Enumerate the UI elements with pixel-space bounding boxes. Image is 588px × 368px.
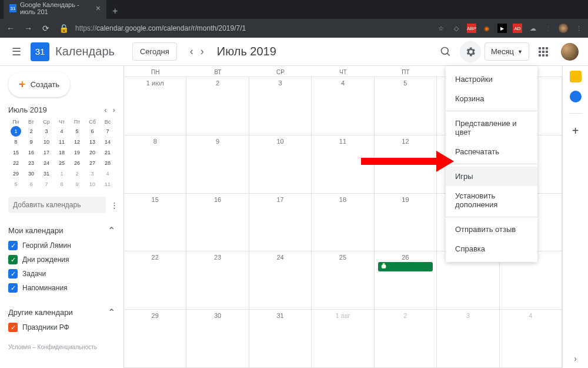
keep-icon[interactable] [570, 71, 582, 82]
mini-day-cell[interactable]: 3 [39, 126, 54, 137]
mini-day-cell[interactable]: 4 [100, 168, 115, 179]
close-icon[interactable]: × [96, 4, 101, 13]
mini-day-cell[interactable]: 21 [100, 147, 115, 158]
calendar-cell[interactable]: 5 [375, 77, 437, 135]
mini-day-cell[interactable]: 22 [8, 158, 24, 168]
settings-icon[interactable] [460, 41, 481, 62]
mini-day-cell[interactable]: 31 [39, 168, 54, 179]
add-calendar-input[interactable] [8, 197, 106, 213]
calendar-item[interactable]: ✓Георгий Лямин [8, 238, 115, 253]
ext-icon[interactable]: AD [513, 24, 522, 33]
mini-day-cell[interactable]: 1 [54, 168, 69, 179]
calendar-cell[interactable]: 15 [124, 194, 186, 251]
mini-day-cell[interactable]: 28 [100, 158, 115, 168]
calendar-cell[interactable]: 3 [437, 310, 499, 367]
mini-day-cell[interactable]: 11 [54, 137, 69, 147]
mini-day-cell[interactable]: 3 [85, 168, 100, 179]
ext-icon[interactable]: ▶ [497, 24, 507, 33]
footer-links[interactable]: Условия – Конфиденциальность [8, 344, 115, 350]
checkbox-icon[interactable]: ✓ [8, 241, 18, 250]
mini-day-cell[interactable]: 30 [24, 168, 39, 179]
mini-day-cell[interactable]: 27 [85, 158, 100, 168]
calendar-cell[interactable]: 25 [312, 251, 374, 309]
mini-day-cell[interactable]: 18 [54, 147, 69, 158]
calendar-cell[interactable]: 10 [249, 135, 312, 193]
calendar-cell[interactable]: 4 [500, 310, 562, 367]
mini-day-cell[interactable]: 16 [24, 147, 39, 158]
next-month-icon[interactable]: › [198, 43, 206, 60]
new-tab-button[interactable]: + [106, 4, 123, 19]
mini-day-cell[interactable]: 11 [100, 179, 115, 190]
mini-prev-icon[interactable]: ‹ [104, 105, 106, 114]
mini-day-cell[interactable]: 10 [39, 137, 54, 147]
mini-day-cell[interactable]: 8 [54, 179, 69, 190]
dropdown-item[interactable]: Отправить отзыв [446, 220, 537, 239]
search-icon[interactable] [435, 41, 456, 62]
calendar-item[interactable]: ✓Праздники РФ [8, 320, 115, 334]
other-calendars-header[interactable]: Другие календари ⌃ [8, 304, 115, 320]
mini-day-cell[interactable]: 8 [8, 137, 24, 147]
mini-day-cell[interactable]: 25 [54, 158, 69, 168]
dropdown-item[interactable]: Распечатать [446, 142, 537, 161]
browser-tab[interactable]: 31 Google Календарь - июль 201 × [4, 0, 106, 19]
calendar-cell[interactable]: 1 июл [124, 77, 186, 135]
mini-day-cell[interactable]: 12 [69, 137, 85, 147]
mini-day-cell[interactable]: 7 [100, 126, 115, 137]
mini-day-cell[interactable]: 17 [39, 147, 54, 158]
dropdown-item[interactable]: Установить дополнения [446, 186, 537, 214]
dropdown-item[interactable]: Справка [446, 239, 537, 258]
shield-icon[interactable]: ◇ [452, 24, 461, 33]
calendar-cell[interactable]: 24 [249, 251, 312, 309]
checkbox-icon[interactable]: ✓ [8, 269, 18, 279]
tasks-icon[interactable] [570, 91, 582, 102]
mini-day-cell[interactable]: 20 [85, 147, 100, 158]
calendar-item[interactable]: ✓Дни рождения [8, 253, 115, 267]
dropdown-item[interactable]: Игры [446, 167, 537, 186]
avatar[interactable] [561, 43, 579, 61]
url-field[interactable]: https://calendar.google.com/calendar/r/m… [75, 24, 430, 32]
calendar-cell[interactable]: 9 [186, 135, 249, 193]
mini-day-cell[interactable]: 26 [69, 158, 85, 168]
create-button[interactable]: + Создать [8, 72, 70, 97]
ext-icon[interactable]: ☁ [528, 24, 537, 33]
menu-icon[interactable]: ⋮ [574, 24, 583, 33]
mini-next-icon[interactable]: › [113, 105, 115, 114]
ext-icon[interactable]: ⋮ [543, 24, 553, 33]
mini-day-cell[interactable]: 5 [69, 126, 85, 137]
star-icon[interactable]: ☆ [436, 24, 446, 33]
mini-day-cell[interactable]: 10 [85, 179, 100, 190]
calendar-cell[interactable]: 19 [375, 194, 437, 251]
checkbox-icon[interactable]: ✓ [8, 323, 18, 332]
calendar-cell[interactable]: 3 [249, 77, 312, 135]
calendar-cell[interactable]: 30 [186, 310, 249, 367]
back-icon[interactable]: ← [5, 24, 16, 33]
prev-month-icon[interactable]: ‹ [188, 43, 196, 60]
calendar-cell[interactable]: 18 [312, 194, 374, 251]
mini-day-cell[interactable]: 23 [24, 158, 39, 168]
mini-day-cell[interactable]: 13 [85, 137, 100, 147]
add-addon-icon[interactable]: + [572, 124, 579, 138]
dropdown-item[interactable]: Представление и цвет [446, 114, 537, 142]
mini-day-cell[interactable]: 6 [24, 179, 39, 190]
calendar-cell[interactable]: 29 [124, 310, 186, 367]
calendar-cell[interactable]: 17 [249, 194, 312, 251]
mini-day-cell[interactable]: 9 [24, 137, 39, 147]
calendar-cell[interactable]: 23 [186, 251, 249, 309]
view-select[interactable]: Месяц ▼ [485, 42, 529, 61]
mini-day-cell[interactable]: 29 [8, 168, 24, 179]
expand-icon[interactable]: › [574, 354, 577, 363]
dropdown-item[interactable]: Корзина [446, 89, 537, 108]
calendar-item[interactable]: ✓Напоминания [8, 281, 115, 295]
my-calendars-header[interactable]: Мои календари ⌃ [8, 223, 115, 238]
calendar-cell[interactable]: 1 авг [312, 310, 374, 367]
mini-day-cell[interactable]: 6 [85, 126, 100, 137]
calendar-cell[interactable]: 22 [124, 251, 186, 309]
ext-icon[interactable]: ABP [467, 24, 476, 33]
ext-icon[interactable]: ◉ [482, 24, 492, 33]
mini-day-cell[interactable]: 2 [24, 126, 39, 137]
dropdown-item[interactable]: Настройки [446, 69, 537, 89]
calendar-item[interactable]: ✓Задачи [8, 267, 115, 281]
checkbox-icon[interactable]: ✓ [8, 283, 18, 293]
apps-icon[interactable] [533, 41, 554, 62]
mini-day-cell[interactable]: 1 [11, 126, 21, 137]
